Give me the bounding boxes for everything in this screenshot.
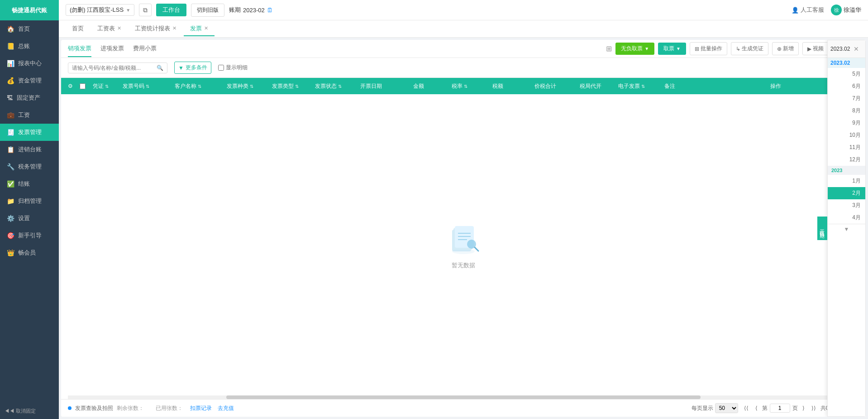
content-area: 销项发票 进项发票 费用小票 ⊞ 无负取票 ▼ 取票 ▼ ⊞ (61, 40, 866, 417)
customer-sort-icon[interactable]: ⇅ (198, 84, 201, 89)
date-item-2023-3[interactable]: 3月 (828, 199, 865, 212)
sidebar-item-member[interactable]: 👑 畅会员 (0, 244, 59, 261)
sub-tab-receipt[interactable]: 费用小票 (133, 41, 157, 57)
sidebar-item-settings[interactable]: ⚙️ 设置 (0, 210, 59, 227)
take-ticket-btn[interactable]: 取票 ▼ (658, 43, 686, 55)
sidebar-item-salary[interactable]: 💼 工资 (0, 106, 59, 124)
tab-invoice-close[interactable]: ✕ (204, 25, 208, 31)
date-panel-expand-btn[interactable]: ⤢ (863, 43, 866, 55)
sidebar-item-label: 畅会员 (18, 249, 36, 257)
sidebar-item-tax[interactable]: 🔧 税务管理 (0, 158, 59, 175)
date-item-2023-2[interactable]: 2月 (828, 187, 865, 199)
sidebar-item-ledger[interactable]: 📒 总账 (0, 38, 59, 55)
sidebar-item-sales-ledger[interactable]: 📋 进销台账 (0, 141, 59, 158)
batch-op-btn[interactable]: ⊞ 批量操作 (690, 42, 727, 55)
settings-icon: ⚙️ (7, 215, 14, 222)
workspace-button[interactable]: 工作台 (156, 4, 186, 16)
page-unit: 页 (792, 405, 798, 412)
sidebar-item-guide[interactable]: 🎯 新手引导 (0, 227, 59, 244)
service-icon: 👤 (792, 7, 799, 14)
tab-invoice[interactable]: 发票 ✕ (184, 22, 215, 36)
search-bar: 🔍 ▼ 更多条件 显示明细 (61, 58, 866, 78)
scroll-down-icon[interactable]: ▼ (844, 226, 849, 232)
user-profile-btn[interactable]: 徐 徐溢华 (831, 5, 861, 15)
invoice-category-sort-icon[interactable]: ⇅ (295, 84, 299, 89)
copy-company-btn[interactable]: ⧉ (139, 4, 152, 16)
col-tax-rate: 税率 ⇅ (444, 82, 475, 90)
gen-voucher-btn[interactable]: ↳ 生成凭证 (731, 42, 768, 55)
grid-container: ⚙ 凭证 ⇅ 发票号码 ⇅ 客户名称 ⇅ 发票种类 ⇅ (61, 78, 866, 399)
sub-tab-purchase[interactable]: 进项发票 (100, 41, 124, 57)
switch-version-button[interactable]: 切到旧版 (191, 4, 224, 17)
tab-invoice-label: 发票 (190, 24, 202, 33)
tab-salary-report-close[interactable]: ✕ (172, 25, 176, 31)
voucher-sort-icon[interactable]: ⇅ (105, 84, 109, 89)
invoice-log-link[interactable]: 扣票记录 (190, 405, 212, 412)
date-item-7[interactable]: 7月 (828, 92, 865, 105)
scrollbar-thumb[interactable] (226, 395, 701, 399)
sidebar-collapse-btn[interactable]: ◀◀ 取消固定 (0, 403, 59, 419)
no-cancel-ticket-btn[interactable]: 无负取票 ▼ (615, 43, 654, 55)
invoice-type-sort-icon[interactable]: ⇅ (250, 84, 253, 89)
first-page-btn[interactable]: ⟨⟨ (742, 404, 751, 412)
date-item-5[interactable]: 5月 (828, 68, 865, 80)
date-item-9[interactable]: 9月 (828, 117, 865, 129)
tab-home-label: 首页 (72, 24, 84, 33)
sub-tab-sales[interactable]: 销项发票 (68, 41, 91, 57)
per-page-select[interactable]: 50 100 200 (715, 403, 738, 413)
last-page-btn[interactable]: ⟩⟩ (809, 404, 818, 412)
sidebar: 畅捷通易代账 🏠 首页 📒 总账 📊 报表中心 💰 资金管理 🏗 固定资产 💼 … (0, 0, 59, 419)
sidebar-logo: 畅捷通易代账 (0, 0, 59, 20)
sidebar-item-reports[interactable]: 📊 报表中心 (0, 55, 59, 72)
search-box[interactable]: 🔍 (68, 63, 167, 73)
horizontal-scrollbar[interactable] (68, 395, 859, 399)
page-size-selector[interactable]: 每页显示 50 100 200 (692, 403, 738, 413)
top-header: (勿删) 江西股宝-LSS ▼ ⧉ 工作台 切到旧版 账期 2023-02 🗓 … (59, 0, 868, 20)
tab-salary[interactable]: 工资表 ✕ (91, 22, 128, 36)
date-item-10[interactable]: 10月 (828, 129, 865, 141)
date-item-2023-1[interactable]: 1月 (828, 175, 865, 187)
invoice-no-sort-icon[interactable]: ⇅ (146, 84, 149, 89)
sub-tab-sales-label: 销项发票 (68, 45, 91, 52)
sub-tabs: 销项发票 进项发票 费用小票 ⊞ 无负取票 ▼ 取票 ▼ ⊞ (61, 40, 866, 58)
no-cancel-dropdown-arrow: ▼ (644, 46, 649, 51)
date-item-2023-4[interactable]: 4月 (828, 212, 865, 224)
gen-voucher-label: 生成凭证 (742, 45, 763, 53)
recharge-link[interactable]: 去充值 (218, 405, 234, 412)
date-panel-close-btn[interactable]: ✕ (850, 43, 863, 55)
e-invoice-sort-icon[interactable]: ⇅ (641, 84, 645, 89)
company-selector[interactable]: (勿删) 江西股宝-LSS ▼ (66, 4, 134, 16)
sidebar-item-close-account[interactable]: ✅ 结账 (0, 175, 59, 193)
video-btn[interactable]: ▶ 视频 (802, 42, 829, 55)
date-item-11[interactable]: 11月 (828, 141, 865, 154)
next-page-btn[interactable]: ⟩ (800, 404, 807, 412)
grid-view-icon[interactable]: ⊞ (606, 44, 612, 53)
sidebar-item-assets[interactable]: 🏗 固定资产 (0, 89, 59, 106)
new-invoice-btn[interactable]: ⊕ 新增 (772, 42, 799, 55)
page-number-input[interactable] (770, 404, 790, 413)
prev-page-btn[interactable]: ⟨ (753, 404, 760, 412)
date-item-6[interactable]: 6月 (828, 80, 865, 92)
sidebar-item-label: 设置 (18, 214, 30, 222)
tab-salary-report[interactable]: 工资统计报表 ✕ (129, 22, 183, 36)
tax-rate-sort-icon[interactable]: ⇅ (464, 84, 467, 89)
display-detail-checkbox[interactable]: 显示明细 (218, 64, 248, 72)
sidebar-item-archive[interactable]: 📁 归档管理 (0, 193, 59, 210)
customer-service-btn[interactable]: 👤 人工客服 (792, 6, 824, 14)
col-checkbox[interactable] (77, 83, 88, 89)
sidebar-item-funds[interactable]: 💰 资金管理 (0, 72, 59, 89)
display-detail-label: 显示明细 (226, 64, 248, 72)
sidebar-item-invoice[interactable]: 🧾 发票管理 (0, 124, 59, 141)
select-all-checkbox[interactable] (80, 83, 86, 89)
col-settings[interactable]: ⚙ (63, 83, 77, 89)
date-item-8[interactable]: 8月 (828, 105, 865, 117)
detail-checkbox[interactable] (218, 65, 224, 71)
more-filter-btn[interactable]: ▼ 更多条件 (174, 62, 211, 74)
status-sort-icon[interactable]: ⇅ (338, 84, 342, 89)
sidebar-item-home[interactable]: 🏠 首页 (0, 20, 59, 38)
tab-home[interactable]: 首页 (66, 22, 90, 36)
open-date-button[interactable]: 开账日期 (817, 217, 827, 240)
search-input[interactable] (72, 65, 154, 71)
tab-salary-close[interactable]: ✕ (117, 25, 121, 31)
date-item-12[interactable]: 12月 (828, 154, 865, 166)
